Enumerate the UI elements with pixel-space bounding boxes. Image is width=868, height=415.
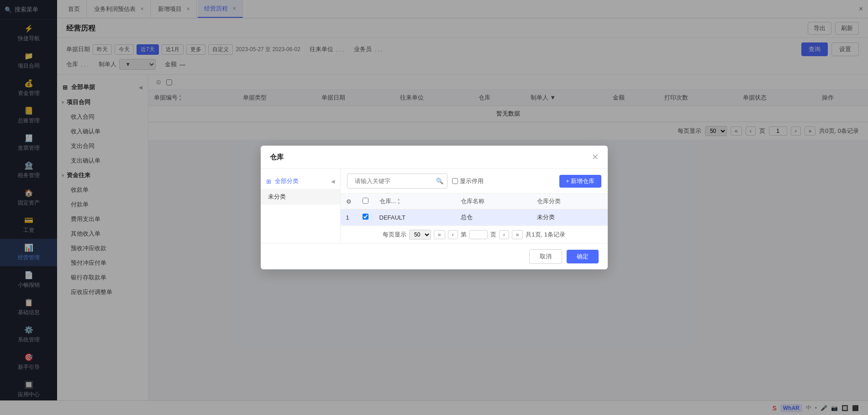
modal-unclassified-item[interactable]: 未分类 — [261, 189, 340, 205]
modal-page-input[interactable]: 1 — [469, 230, 488, 239]
warehouse-code-header: 仓库... — [379, 197, 396, 205]
modal-left-collapse[interactable]: ◀ — [331, 179, 335, 184]
show-disabled-label[interactable]: 显示停用 — [452, 177, 484, 185]
modal-table-container: ⚙ 仓库... ▲▼ 仓库名称 仓库分类 1 DEFAULT 总仓 未分类 — [341, 194, 608, 226]
modal-search-icon: 🔍 — [436, 178, 443, 184]
modal-page-label: 页 — [490, 231, 496, 239]
modal-search-box[interactable]: 🔍 — [347, 173, 447, 189]
row-check-input[interactable] — [363, 214, 368, 220]
modal-first-btn[interactable]: « — [434, 230, 445, 239]
col-warehouse-category: 仓库分类 — [531, 194, 608, 210]
unclassified-label: 未分类 — [268, 193, 286, 201]
modal-page-size-label: 每页显示 — [383, 231, 406, 239]
all-categories-label: 全部分类 — [275, 177, 299, 185]
sort-warehouse-code[interactable]: 仓库... ▲▼ — [379, 197, 401, 205]
modal-total-info: 共1页, 1条记录 — [526, 231, 565, 239]
row-seq: 1 — [341, 210, 357, 226]
modal-table: ⚙ 仓库... ▲▼ 仓库名称 仓库分类 1 DEFAULT 总仓 未分类 — [341, 194, 608, 226]
modal-page-label-pre: 第 — [461, 231, 467, 239]
modal-header: 仓库 ✕ — [261, 146, 608, 169]
add-warehouse-button[interactable]: + 新增仓库 — [559, 175, 601, 188]
show-disabled-text: 显示停用 — [460, 177, 484, 185]
cancel-button[interactable]: 取消 — [529, 249, 562, 264]
modal-title: 仓库 — [270, 153, 284, 162]
modal-close-btn[interactable]: ✕ — [592, 152, 599, 162]
modal-all-categories[interactable]: ⊞ 全部分类 ◀ — [261, 173, 340, 189]
modal-toolbar: 🔍 显示停用 + 新增仓库 — [341, 169, 608, 194]
row-checkbox[interactable] — [357, 210, 374, 226]
modal-body: ⊞ 全部分类 ◀ 未分类 🔍 显示停用 — [261, 169, 608, 243]
col-gear: ⚙ — [341, 194, 357, 210]
row-name: 总仓 — [455, 210, 531, 226]
col-check — [357, 194, 374, 210]
grid-icon-modal: ⊞ — [266, 178, 271, 185]
modal-select-all[interactable] — [363, 198, 368, 204]
col-warehouse-code: 仓库... ▲▼ — [374, 194, 456, 210]
modal-gear-icon[interactable]: ⚙ — [346, 198, 352, 205]
modal-next-btn[interactable]: › — [499, 230, 509, 239]
modal-right-panel: 🔍 显示停用 + 新增仓库 ⚙ — [341, 169, 608, 243]
modal-footer: 取消 确定 — [261, 243, 608, 269]
show-disabled-checkbox[interactable] — [452, 178, 458, 184]
modal-last-btn[interactable]: » — [512, 230, 523, 239]
row-category: 未分类 — [531, 210, 608, 226]
modal-table-row[interactable]: 1 DEFAULT 总仓 未分类 — [341, 210, 608, 226]
col-warehouse-name: 仓库名称 — [455, 194, 531, 210]
row-code: DEFAULT — [374, 210, 456, 226]
modal-page-size-select[interactable]: 50 — [409, 230, 431, 240]
modal-overlay: 仓库 ✕ ⊞ 全部分类 ◀ 未分类 — [0, 0, 868, 415]
modal-pagination: 每页显示 50 « ‹ 第 1 页 › » 共1页, 1条记录 — [341, 226, 608, 243]
warehouse-modal: 仓库 ✕ ⊞ 全部分类 ◀ 未分类 — [261, 146, 608, 269]
modal-prev-btn[interactable]: ‹ — [448, 230, 458, 239]
modal-search-input[interactable] — [351, 176, 436, 186]
modal-left-panel: ⊞ 全部分类 ◀ 未分类 — [261, 169, 341, 243]
confirm-button[interactable]: 确定 — [567, 250, 599, 263]
